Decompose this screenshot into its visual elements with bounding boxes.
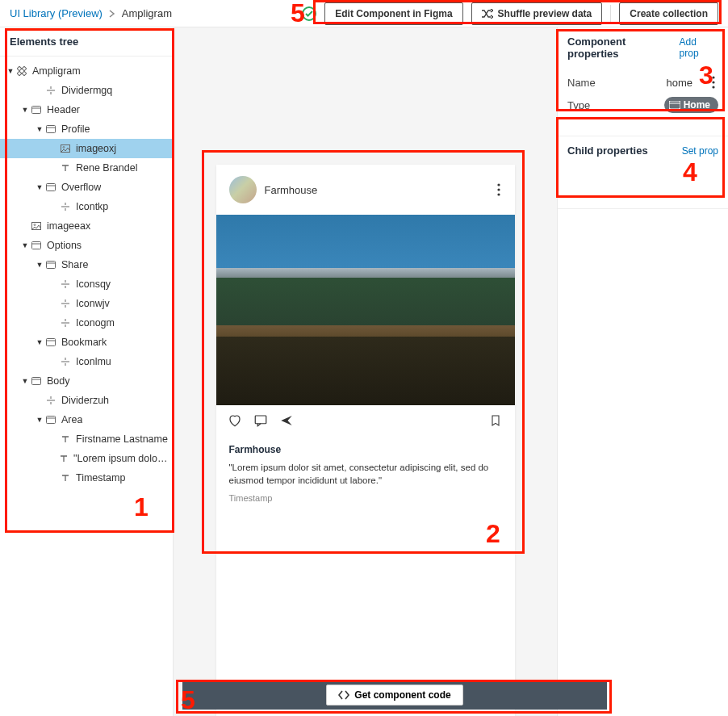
svg-rect-0 [17, 66, 22, 71]
elements-tree-title: Elements tree [0, 27, 173, 57]
svg-point-28 [712, 76, 714, 78]
layout-icon [45, 259, 56, 270]
divider-icon [60, 278, 71, 290]
status-check-icon [302, 6, 316, 21]
tree-toggle-icon[interactable]: ▼ [21, 241, 29, 249]
elements-tree: ▼Ampligram▼Dividermgq▼Header▼Profile▼ima… [0, 57, 173, 492]
svg-point-24 [497, 183, 500, 186]
heart-icon[interactable] [228, 413, 242, 428]
svg-rect-18 [47, 339, 56, 346]
tree-row[interactable]: ▼imageeax [0, 216, 173, 236]
component-properties-panel: Component properties Add prop Name home … [558, 27, 728, 136]
tree-toggle-icon[interactable]: ▼ [6, 67, 15, 75]
tree-label: Share [61, 259, 88, 270]
tree-toggle-icon[interactable]: ▼ [36, 338, 44, 346]
svg-rect-22 [47, 417, 56, 424]
prop-name-label: Name [567, 77, 596, 89]
tree-label: Rene Brandel [76, 162, 137, 174]
chevron-right-icon [109, 10, 115, 18]
tree-row[interactable]: ▼Dividerzuh [0, 391, 173, 410]
tree-row[interactable]: ▼Rene Brandel [0, 158, 173, 178]
avatar [229, 176, 257, 203]
elements-tree-panel: Elements tree ▼Ampligram▼Dividermgq▼Head… [0, 27, 174, 716]
preview-image [216, 215, 515, 405]
tree-row[interactable]: ▼Firstname Lastname [0, 429, 173, 449]
tree-row[interactable]: ▼Iconlmu [0, 352, 173, 371]
tree-label: Iconlmu [76, 356, 111, 367]
child-properties-title: Child properties [567, 144, 648, 157]
tree-row[interactable]: ▼Share [0, 255, 173, 274]
svg-rect-27 [255, 416, 266, 424]
tree-row[interactable]: ▼Timestamp [0, 468, 173, 488]
tree-row[interactable]: ▼Header [0, 100, 173, 119]
canvas: Farmhouse [174, 27, 557, 716]
layout-icon [45, 414, 56, 425]
tree-row[interactable]: ▼Bookmark [0, 333, 173, 352]
divider-icon [45, 85, 56, 96]
breadcrumb-root[interactable]: UI Library (Preview) [10, 7, 103, 19]
breadcrumb-current: Ampligram [122, 7, 172, 19]
tree-row[interactable]: ▼Iconogm [0, 313, 173, 333]
prop-type-value[interactable]: Home [664, 97, 718, 113]
bookmark-icon[interactable] [489, 413, 504, 428]
create-collection-button[interactable]: Create collection [619, 2, 718, 25]
tree-label: Iconogm [76, 317, 115, 329]
prop-kebab-icon[interactable] [709, 76, 718, 89]
svg-rect-6 [47, 126, 56, 133]
breadcrumb: UI Library (Preview) Ampligram [10, 7, 172, 19]
add-prop-link[interactable]: Add prop [680, 36, 718, 59]
tree-label: imageeax [47, 220, 90, 232]
svg-rect-3 [22, 71, 27, 76]
svg-rect-20 [32, 378, 41, 385]
tree-label: Dividerzuh [61, 395, 109, 406]
tree-row[interactable]: ▼Dividermgq [0, 81, 173, 100]
set-prop-link[interactable]: Set prop [682, 145, 718, 157]
shuffle-icon [482, 9, 493, 19]
tree-toggle-icon[interactable]: ▼ [36, 183, 44, 191]
tree-row[interactable]: ▼Iconwjv [0, 294, 173, 313]
send-icon[interactable] [279, 413, 294, 428]
tree-toggle-icon[interactable]: ▼ [36, 125, 44, 133]
tree-row[interactable]: ▼Icontkp [0, 197, 173, 216]
svg-rect-31 [669, 101, 680, 109]
tree-toggle-icon[interactable]: ▼ [21, 106, 29, 114]
tree-label: Bookmark [61, 337, 107, 348]
tree-label: Dividermgq [61, 85, 112, 96]
tree-row[interactable]: ▼Options [0, 236, 173, 255]
get-component-code-button[interactable]: Get component code [326, 685, 462, 706]
tree-toggle-icon[interactable]: ▼ [36, 261, 44, 269]
text-icon [59, 453, 69, 464]
component-icon [16, 65, 27, 77]
tree-toggle-icon[interactable]: ▼ [21, 377, 29, 385]
divider-icon [60, 201, 71, 212]
comment-icon[interactable] [253, 413, 268, 428]
shuffle-preview-data-button[interactable]: Shuffle preview data [471, 2, 603, 25]
child-properties-panel: Child properties Set prop [558, 136, 728, 209]
tree-label: Header [47, 104, 80, 115]
prop-name-value: home [666, 77, 692, 89]
layout-icon [31, 240, 42, 251]
tree-row[interactable]: ▼Area [0, 410, 173, 429]
tree-row[interactable]: ▼"Lorem ipsum dolor sit... [0, 449, 173, 468]
tree-row[interactable]: ▼Overflow [0, 178, 173, 197]
tree-row[interactable]: ▼Body [0, 371, 173, 391]
code-icon [338, 690, 349, 700]
tree-label: Profile [61, 124, 90, 135]
text-icon [60, 472, 71, 484]
tree-row[interactable]: ▼Ampligram [0, 61, 173, 81]
divider-icon [60, 317, 71, 329]
svg-rect-2 [17, 71, 22, 76]
preview-caption-title: Farmhouse [229, 444, 502, 455]
tree-row[interactable]: ▼Iconsqy [0, 274, 173, 294]
text-icon [60, 433, 71, 445]
prop-type-label: Type [567, 99, 590, 111]
tree-label: Timestamp [76, 472, 125, 484]
preview-actions [216, 405, 515, 436]
layout-icon [669, 101, 680, 109]
edit-in-figma-button[interactable]: Edit Component in Figma [324, 2, 462, 25]
tree-row[interactable]: ▼imageoxj [0, 139, 173, 158]
kebab-menu-icon[interactable] [496, 183, 502, 196]
preview-timestamp: Timestamp [229, 493, 502, 503]
tree-row[interactable]: ▼Profile [0, 119, 173, 139]
tree-toggle-icon[interactable]: ▼ [36, 416, 44, 424]
